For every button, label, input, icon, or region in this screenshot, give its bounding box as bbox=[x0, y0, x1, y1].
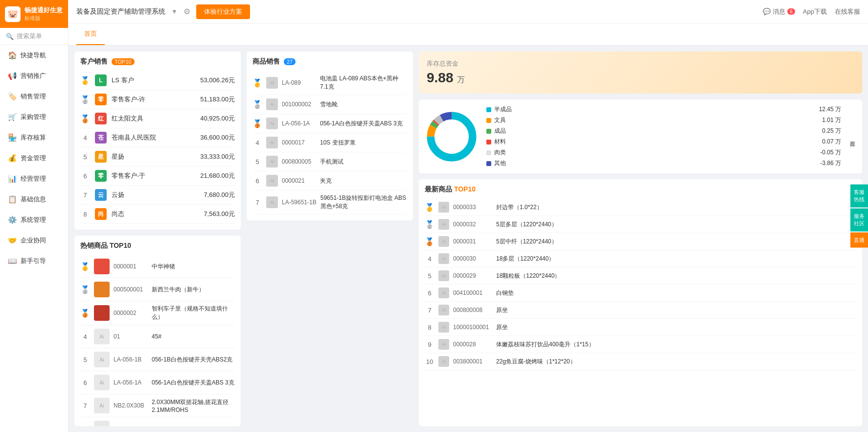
page-tabs: 首页 bbox=[69, 24, 868, 46]
sidebar-item-system[interactable]: ⚙️ 系统管理 bbox=[0, 210, 68, 230]
product-name: 手机测试 bbox=[320, 158, 407, 166]
hot-product-code: LA-056-1A bbox=[114, 379, 148, 386]
sidebar-item-inventory[interactable]: 🏪 库存核算 bbox=[0, 127, 68, 148]
legend-color-dot bbox=[486, 140, 491, 144]
rank-medal-icon: 🥉 bbox=[80, 114, 90, 123]
nav-label-collab: 企业协同 bbox=[21, 236, 46, 245]
hot-product-name: 12070519-xs bbox=[152, 425, 235, 426]
product-code: 0000017 bbox=[282, 139, 316, 146]
rank-number: 6 bbox=[80, 172, 90, 180]
collab-icon: 🤝 bbox=[8, 236, 17, 245]
product-sales-item: 🥉 Ai LA-056-1A 056-1A白色按键开关盖ABS 3克 bbox=[252, 114, 407, 133]
sidebar-item-finance[interactable]: 💰 资金管理 bbox=[0, 148, 68, 168]
notification-area[interactable]: 💬 消息 6 bbox=[763, 7, 795, 16]
latest-title-row: 最新商品 TOP10 bbox=[425, 185, 856, 194]
legend-value: -3.86 万 bbox=[812, 159, 841, 168]
hot-products-list: 🥇 0000001 中华神猪 🥈 000500001 新西兰牛肉（新牛） 🥉 0… bbox=[80, 255, 235, 426]
legend-color-dot bbox=[486, 118, 491, 123]
legend-color-dot bbox=[486, 150, 491, 155]
topbar: 装备及固定资产辅助管理系统 ▼ ⚙ 体验行业方案 💬 消息 6 App下载 在线… bbox=[69, 0, 868, 24]
sidebar-item-sales[interactable]: 🏷️ 销售管理 bbox=[0, 86, 68, 107]
rank-medal-icon: 🥇 bbox=[80, 262, 90, 271]
hot-product-code: 01 bbox=[114, 333, 148, 340]
sidebar-item-operations[interactable]: 📊 经营管理 bbox=[0, 168, 68, 189]
product-name: 雪地靴 bbox=[320, 100, 407, 109]
customer-value: 7,563.00元 bbox=[204, 210, 235, 218]
inventory-card: 库存总资金 9.88 万 bbox=[419, 51, 862, 94]
left-column: 客户销售 TOP10 🥇 L LS 客户 53,006.26元 🥈 零 零售客户… bbox=[74, 51, 241, 426]
rank-medal-icon: 🥉 bbox=[80, 309, 90, 318]
rank-number: 4 bbox=[425, 255, 434, 263]
latest-product-item: 🥈 Ai 0000032 5层多层（1220*2440） bbox=[425, 216, 856, 233]
product-sales-list: 🥇 Ai LA-089 电池盖 LA-089 ABS本色+黑种 7.1克 🥈 A… bbox=[252, 71, 407, 215]
rank-number: 10 bbox=[425, 358, 434, 365]
rank-number: 7 bbox=[80, 402, 90, 409]
main-content: 客户销售 TOP10 🥇 L LS 客户 53,006.26元 🥈 零 零售客户… bbox=[69, 46, 868, 432]
brand-name-line2: 标准版 bbox=[24, 15, 63, 22]
sidebar-item-basics[interactable]: 📋 基础信息 bbox=[0, 189, 68, 210]
customer-top10-card: 客户销售 TOP10 🥇 L LS 客户 53,006.26元 🥈 零 零售客户… bbox=[74, 51, 241, 230]
rank-medal-icon: 🥉 bbox=[252, 119, 262, 128]
latest-product-image: Ai bbox=[438, 202, 449, 213]
product-image: Ai bbox=[266, 137, 278, 148]
rank-medal-icon: 🥇 bbox=[252, 78, 262, 88]
sidebar-item-purchase[interactable]: 🛒 采购管理 bbox=[0, 107, 68, 127]
product-image: Ai bbox=[266, 98, 278, 110]
experience-button[interactable]: 体验行业方案 bbox=[196, 4, 250, 19]
nav-label-sales: 销售管理 bbox=[21, 92, 46, 101]
latest-product-item: 8 Ai 10000100001 原坐 bbox=[425, 319, 856, 336]
sidebar-item-quick-nav[interactable]: 🏠 快捷导航 bbox=[0, 45, 68, 66]
search-menu[interactable]: 🔍 搜索菜单 bbox=[0, 28, 68, 45]
float-service-btn[interactable]: 客服热线 bbox=[850, 185, 868, 208]
latest-product-image: Ai bbox=[438, 270, 449, 281]
hot-product-code: LA-056-1B bbox=[114, 356, 148, 363]
customer-name: 尚态 bbox=[112, 210, 199, 218]
main-container: 装备及固定资产辅助管理系统 ▼ ⚙ 体验行业方案 💬 消息 6 App下载 在线… bbox=[69, 0, 868, 432]
sidebar-item-guide[interactable]: 📖 新手引导 bbox=[0, 251, 68, 271]
app-download[interactable]: App下载 bbox=[803, 7, 827, 16]
product-placeholder-icon: Ai bbox=[94, 352, 110, 367]
customer-name: 零售客户-于 bbox=[112, 171, 195, 180]
product-placeholder-icon: Ai bbox=[94, 421, 110, 426]
latest-products-list: 🥇 Ai 0000033 封边带（1.0*22） 🥈 Ai 0000032 5层… bbox=[425, 199, 856, 370]
rank-number: 6 bbox=[80, 379, 90, 386]
product-sales-item: 🥇 Ai LA-089 电池盖 LA-089 ABS本色+黑种 7.1克 bbox=[252, 71, 407, 95]
tab-home[interactable]: 首页 bbox=[76, 24, 105, 45]
product-sales-item: 7 Ai LA-59651-1B 59651-1B旋转投影灯电池盒 ABS黑色+… bbox=[252, 191, 407, 215]
latest-product-image: Ai bbox=[438, 356, 449, 367]
product-placeholder-icon: Ai bbox=[94, 329, 110, 344]
customer-value: 53,006.26元 bbox=[200, 76, 235, 85]
settings-icon[interactable]: ⚙ bbox=[183, 7, 190, 16]
rank-number: 7 bbox=[80, 192, 90, 199]
latest-product-code: 003800001 bbox=[453, 358, 492, 365]
donut-svg bbox=[425, 110, 479, 164]
marketing-icon: 📢 bbox=[8, 72, 17, 80]
customer-value: 36,600.00元 bbox=[200, 133, 235, 142]
customer-avatar: L bbox=[95, 74, 107, 86]
float-live-btn[interactable]: 直播 bbox=[850, 232, 868, 247]
customer-card-header: 客户销售 TOP10 bbox=[80, 57, 235, 66]
float-community-btn[interactable]: 服务社区 bbox=[850, 208, 868, 231]
online-service[interactable]: 在线客服 bbox=[835, 7, 860, 16]
sidebar-item-marketing[interactable]: 📢 营销推广 bbox=[0, 66, 68, 86]
hot-product-name: 中华神猪 bbox=[152, 263, 235, 271]
product-sales-badge: 27 bbox=[284, 58, 296, 65]
rank-number: 5 bbox=[80, 356, 90, 363]
inventory-unit: 万 bbox=[457, 75, 465, 84]
hot-product-code: NB2.0X30B bbox=[114, 402, 148, 409]
sidebar-item-collab[interactable]: 🤝 企业协同 bbox=[0, 230, 68, 251]
latest-product-code: 0000029 bbox=[453, 272, 492, 279]
float-buttons: 客服热线 服务社区 直播 bbox=[850, 185, 868, 248]
hot-product-code: 0000002 bbox=[114, 310, 148, 316]
customer-rank-item: 5 星 星扬 33,333.00元 bbox=[80, 147, 235, 167]
hot-products-title: 热销商品 TOP10 bbox=[80, 241, 235, 250]
rank-medal-icon: 🥇 bbox=[80, 76, 90, 85]
mid-column: 商品销售 27 🥇 Ai LA-089 电池盖 LA-089 ABS本色+黑种 … bbox=[247, 51, 413, 426]
hot-product-code: 0000001 bbox=[114, 263, 148, 270]
chart-card: 半成品 12.45 万 文具 1.01 万 成品 0.25 万 材料 0.07 … bbox=[419, 99, 862, 173]
nav-label-system: 系统管理 bbox=[21, 216, 46, 224]
legend-value: 12.45 万 bbox=[812, 105, 841, 114]
sales-icon: 🏷️ bbox=[8, 92, 17, 101]
chart-legend: 半成品 12.45 万 文具 1.01 万 成品 0.25 万 材料 0.07 … bbox=[486, 105, 841, 168]
legend-label: 材料 bbox=[494, 138, 809, 146]
